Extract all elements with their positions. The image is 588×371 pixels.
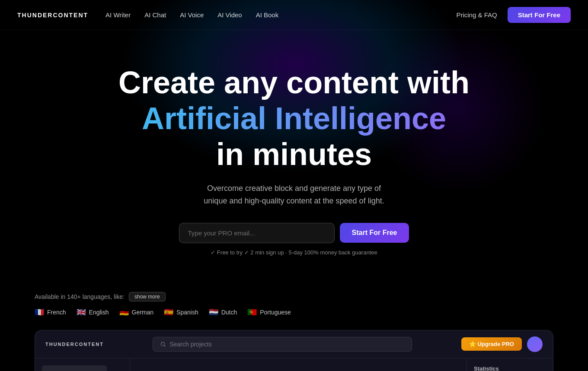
language-item-dutch[interactable]: 🇳🇱 Dutch (209, 308, 237, 317)
language-dutch-label: Dutch (221, 309, 237, 316)
show-more-button[interactable]: show more (129, 292, 166, 301)
flag-french: 🇫🇷 (35, 308, 44, 317)
nav-link-ai-video[interactable]: AI Video (217, 11, 242, 19)
hero-subtitle2: unique and high-quality content at the s… (204, 197, 384, 205)
app-header-right: ⭐ Upgrade PRO (461, 336, 543, 352)
navbar: THUNDERCONTENT AI Writer AI Chat AI Voic… (0, 0, 588, 30)
language-item-spanish[interactable]: 🇪🇸 Spanish (164, 308, 198, 317)
language-english-label: English (89, 309, 109, 316)
flag-spanish: 🇪🇸 (164, 308, 173, 317)
language-item-french[interactable]: 🇫🇷 French (35, 308, 66, 317)
flag-german: 🇩🇪 (119, 308, 129, 317)
sidebar-my-work (42, 365, 107, 371)
nav-left: THUNDERCONTENT AI Writer AI Chat AI Voic… (17, 11, 278, 19)
nav-link-ai-voice[interactable]: AI Voice (180, 11, 204, 19)
hero-cta-button[interactable]: Start For Free (340, 223, 409, 243)
hero-line3: in minutes (216, 137, 372, 171)
app-main-area (130, 358, 467, 371)
svg-point-0 (161, 342, 165, 346)
flag-english: 🇬🇧 (77, 308, 86, 317)
language-german-label: German (132, 309, 154, 316)
hero-subtitle: Overcome creative block and generate any… (17, 182, 571, 207)
app-stats-panel: Statistics (467, 358, 553, 371)
search-placeholder: Search projects (169, 341, 211, 348)
pricing-link[interactable]: Pricing & FAQ (456, 11, 497, 19)
nav-link-ai-chat[interactable]: AI Chat (144, 11, 166, 19)
avatar (527, 336, 543, 352)
hero-section: Create any content with Artificial Intel… (0, 30, 588, 273)
app-sidebar (35, 358, 130, 371)
language-french-label: French (47, 309, 66, 316)
cta-row: Start For Free (17, 223, 571, 243)
language-portuguese-label: Portuguese (260, 309, 291, 316)
language-item-english[interactable]: 🇬🇧 English (77, 308, 109, 317)
app-search-bar[interactable]: Search projects (153, 337, 412, 352)
cta-guarantee: ✓ Free to try ✓ 2 min sign up · 5-day 10… (17, 249, 571, 256)
hero-subtitle1: Overcome creative block and generate any… (207, 184, 381, 193)
language-spanish-label: Spanish (176, 309, 198, 316)
flag-dutch: 🇳🇱 (209, 308, 218, 317)
nav-link-ai-book[interactable]: AI Book (256, 11, 279, 19)
app-preview-logo: THUNDERCONTENT (45, 342, 104, 347)
app-preview: THUNDERCONTENT Search projects ⭐ Upgrade… (35, 330, 553, 371)
app-preview-header: THUNDERCONTENT Search projects ⭐ Upgrade… (35, 330, 553, 358)
hero-line2: Artificial Intelligence (17, 101, 571, 136)
search-icon (160, 341, 166, 347)
nav-link-ai-writer[interactable]: AI Writer (105, 11, 131, 19)
logo: THUNDERCONTENT (17, 12, 88, 19)
nav-cta-button[interactable]: Start For Free (508, 7, 571, 23)
hero-line1: Create any content with (118, 65, 470, 100)
language-item-portuguese[interactable]: 🇵🇹 Portuguese (247, 308, 291, 317)
stats-title: Statistics (474, 365, 546, 371)
languages-label: Available in 140+ languages, like: show … (35, 292, 166, 301)
nav-right: Pricing & FAQ Start For Free (456, 7, 571, 23)
hero-title: Create any content with Artificial Intel… (17, 65, 571, 172)
nav-links: AI Writer AI Chat AI Voice AI Video AI B… (105, 11, 278, 19)
language-flags: 🇫🇷 French 🇬🇧 English 🇩🇪 German 🇪🇸 Spanis… (35, 308, 571, 317)
flag-portuguese: 🇵🇹 (247, 308, 257, 317)
upgrade-pro-button[interactable]: ⭐ Upgrade PRO (461, 337, 522, 351)
app-preview-body: Statistics (35, 358, 553, 371)
languages-label-text: Available in 140+ languages, like: (35, 293, 125, 300)
language-item-german[interactable]: 🇩🇪 German (119, 308, 154, 317)
svg-line-1 (164, 346, 166, 347)
languages-section: Available in 140+ languages, like: show … (0, 282, 588, 326)
email-input[interactable] (179, 223, 335, 243)
